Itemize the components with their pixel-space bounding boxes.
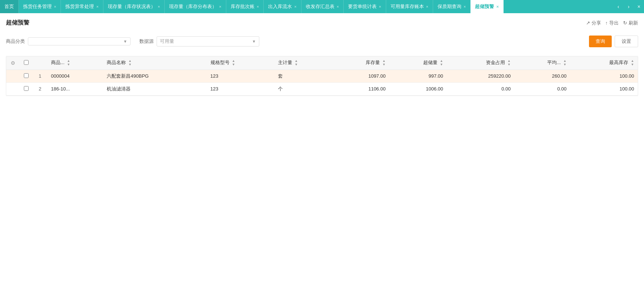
refresh-label: 刷新 bbox=[629, 20, 638, 26]
table-row[interactable]: 1 0000004 六配套新昌490BPG 123 套 1097.00 997.… bbox=[6, 70, 638, 82]
filter-buttons: 查询 设置 bbox=[589, 36, 638, 47]
nav-task-manage-close[interactable]: × bbox=[54, 4, 56, 9]
th-spec-label: 规格型号 bbox=[211, 60, 230, 65]
sort-product-code-icon: ▲▼ bbox=[67, 59, 70, 67]
select-all-checkbox[interactable] bbox=[24, 60, 29, 65]
nav-stock-status-close[interactable]: × bbox=[158, 4, 160, 9]
nav-usable-stock[interactable]: 可用量库存账本 × bbox=[386, 0, 433, 13]
row-checkbox-0[interactable] bbox=[19, 70, 33, 82]
row-unit-0: 套 bbox=[274, 70, 332, 82]
table-header-row: ⚙ 商品... ▲▼ 商品名称 ▲▼ 规格型号 bbox=[6, 56, 638, 70]
share-button[interactable]: ↗ 分享 bbox=[586, 20, 601, 26]
page-container: 超储预警 ↗ 分享 ↑ 导出 ↻ 刷新 商品分类 ▼ 数据源 bbox=[0, 13, 644, 293]
sort-stock-icon: ▲▼ bbox=[383, 59, 386, 67]
nav-stock-dist-close[interactable]: × bbox=[219, 4, 221, 9]
th-product-code-label: 商品... bbox=[51, 60, 65, 65]
export-button[interactable]: ↑ 导出 bbox=[605, 20, 619, 26]
nav-demand-stats[interactable]: 要货单统计表 × bbox=[344, 0, 386, 13]
category-select[interactable]: ▼ bbox=[28, 37, 131, 45]
row-unit-1: 个 bbox=[274, 82, 332, 95]
row-stock-1: 1106.00 bbox=[332, 82, 389, 95]
row-select-checkbox-1[interactable] bbox=[24, 86, 29, 91]
sort-unit-icon: ▲▼ bbox=[294, 59, 298, 67]
th-spec[interactable]: 规格型号 ▲▼ bbox=[207, 56, 274, 70]
sort-spec-icon: ▲▼ bbox=[232, 59, 235, 67]
nav-task-manage-label: 拣货任务管理 bbox=[23, 3, 52, 10]
nav-overstock-warning[interactable]: 超储预警 × bbox=[471, 0, 503, 13]
nav-shelf-life-label: 保质期查询 bbox=[438, 3, 461, 10]
nav-shelf-life-close[interactable]: × bbox=[464, 4, 466, 9]
th-max-stock[interactable]: 最高库存 ▲▼ bbox=[570, 56, 638, 70]
refresh-button[interactable]: ↻ 刷新 bbox=[623, 20, 638, 26]
nav-overstock-warning-close[interactable]: × bbox=[496, 4, 498, 9]
row-select-checkbox-0[interactable] bbox=[24, 73, 29, 78]
th-product-name-label: 商品名称 bbox=[107, 60, 126, 65]
nav-stock-dist[interactable]: 现存量（库存分布表） × bbox=[165, 0, 226, 13]
nav-batch-account[interactable]: 库存批次账 × bbox=[226, 0, 264, 13]
nav-batch-account-close[interactable]: × bbox=[257, 4, 259, 9]
nav-prev-button[interactable]: ‹ bbox=[613, 0, 623, 13]
nav-inout-flow[interactable]: 出入库流水 × bbox=[264, 0, 301, 13]
category-label: 商品分类 bbox=[6, 38, 25, 45]
nav-task-exception[interactable]: 拣货异常处理 × bbox=[61, 0, 103, 13]
th-checkbox bbox=[19, 56, 33, 70]
th-avg-price[interactable]: 平均... ▲▼ bbox=[514, 56, 570, 70]
share-icon: ↗ bbox=[586, 20, 590, 26]
nav-stock-status[interactable]: 现存量（库存状况表） × bbox=[103, 0, 165, 13]
row-avg-price-1: 0.00 bbox=[514, 82, 570, 95]
nav-close-button[interactable]: × bbox=[634, 0, 644, 13]
row-capital-1: 0.00 bbox=[447, 82, 514, 95]
settings-button[interactable]: 设置 bbox=[615, 36, 638, 47]
row-overstock-1: 1006.00 bbox=[389, 82, 447, 95]
row-spec-0: 123 bbox=[207, 70, 274, 82]
row-num-1: 2 bbox=[33, 82, 47, 95]
row-checkbox-1[interactable] bbox=[19, 82, 33, 95]
nav-batch-account-label: 库存批次账 bbox=[231, 3, 255, 10]
query-button[interactable]: 查询 bbox=[589, 36, 612, 47]
th-stock-label: 库存量 bbox=[366, 60, 380, 65]
sort-capital-icon: ▲▼ bbox=[508, 59, 511, 67]
nav-receive-summary-label: 收发存汇总表 bbox=[306, 3, 334, 10]
th-unit[interactable]: 主计量 ▲▼ bbox=[274, 56, 332, 70]
nav-home[interactable]: 首页 bbox=[0, 0, 19, 13]
nav-usable-stock-close[interactable]: × bbox=[426, 4, 428, 9]
nav-shelf-life[interactable]: 保质期查询 × bbox=[433, 0, 471, 13]
th-stock[interactable]: 库存量 ▲▼ bbox=[332, 56, 389, 70]
table-row[interactable]: 2 186-10... 机油滤清器 123 个 1106.00 1006.00 … bbox=[6, 82, 638, 95]
row-gear-0 bbox=[6, 70, 19, 82]
page-actions: ↗ 分享 ↑ 导出 ↻ 刷新 bbox=[586, 20, 638, 26]
nav-demand-stats-label: 要货单统计表 bbox=[348, 3, 377, 10]
row-spec-1: 123 bbox=[207, 82, 274, 95]
nav-task-manage[interactable]: 拣货任务管理 × bbox=[19, 0, 61, 13]
row-num-0: 1 bbox=[33, 70, 47, 82]
th-row-num bbox=[33, 56, 47, 70]
export-label: 导出 bbox=[609, 20, 619, 26]
sort-avg-price-icon: ▲▼ bbox=[563, 59, 567, 67]
data-table-wrapper: ⚙ 商品... ▲▼ 商品名称 ▲▼ 规格型号 bbox=[6, 56, 638, 96]
th-capital-label: 资金占用 bbox=[486, 60, 505, 65]
nav-task-exception-close[interactable]: × bbox=[96, 4, 98, 9]
nav-demand-stats-close[interactable]: × bbox=[379, 4, 381, 9]
th-capital[interactable]: 资金占用 ▲▼ bbox=[447, 56, 514, 70]
nav-receive-summary-close[interactable]: × bbox=[337, 4, 339, 9]
row-overstock-0: 997.00 bbox=[389, 70, 447, 82]
th-product-code[interactable]: 商品... ▲▼ bbox=[47, 56, 103, 70]
row-gear-1 bbox=[6, 82, 19, 95]
nav-overstock-warning-label: 超储预警 bbox=[475, 3, 494, 10]
gear-icon[interactable]: ⚙ bbox=[11, 60, 15, 66]
th-overstock[interactable]: 超储量 ▲▼ bbox=[389, 56, 447, 70]
filter-area: 商品分类 ▼ 数据源 可用量 ▼ 查询 设置 bbox=[6, 33, 638, 50]
th-overstock-label: 超储量 bbox=[423, 60, 438, 65]
nav-receive-summary[interactable]: 收发存汇总表 × bbox=[301, 0, 344, 13]
datasource-filter: 数据源 可用量 ▼ bbox=[139, 36, 259, 47]
nav-arrows: ‹ › × bbox=[613, 0, 644, 13]
row-product-name-0: 六配套新昌490BPG bbox=[103, 70, 206, 82]
datasource-select[interactable]: 可用量 ▼ bbox=[157, 36, 259, 47]
th-unit-label: 主计量 bbox=[278, 60, 292, 65]
page-header: 超储预警 ↗ 分享 ↑ 导出 ↻ 刷新 bbox=[6, 19, 638, 27]
row-product-code-1: 186-10... bbox=[47, 82, 103, 95]
nav-inout-flow-close[interactable]: × bbox=[294, 4, 296, 9]
th-product-name[interactable]: 商品名称 ▲▼ bbox=[103, 56, 206, 70]
nav-usable-stock-label: 可用量库存账本 bbox=[391, 3, 424, 10]
nav-next-button[interactable]: › bbox=[623, 0, 634, 13]
